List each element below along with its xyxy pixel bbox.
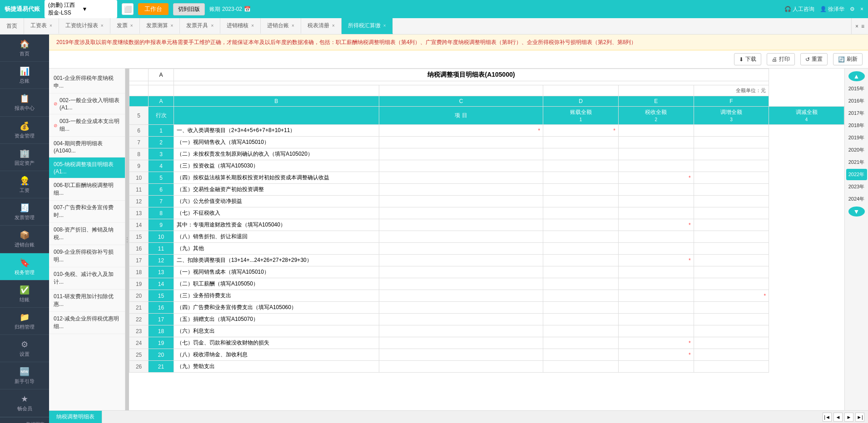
project-name[interactable]: （四）广告费和业务宣传费支出（填写A105060） (174, 302, 379, 314)
sidebar-item-archive[interactable]: 📁 归档管理 (0, 308, 49, 335)
close-icon[interactable]: × (211, 23, 213, 28)
increase-amount[interactable] (618, 160, 694, 172)
book-amount[interactable] (379, 290, 543, 302)
print-button[interactable]: 🖨 打印 (767, 53, 795, 65)
year-2022[interactable]: 2022年 (846, 169, 867, 180)
tax-amount[interactable] (543, 278, 619, 290)
tab-invoice[interactable]: 发票 × (110, 18, 140, 34)
year-2019[interactable]: 2019年 (846, 132, 867, 143)
close-icon[interactable]: × (50, 23, 52, 28)
tax-amount[interactable] (543, 196, 619, 207)
year-2016[interactable]: 2016年 (846, 95, 867, 107)
decrease-amount[interactable] (694, 243, 769, 255)
sub-nav-item-009[interactable]: 009-企业所得税弥补亏损明... (49, 245, 125, 267)
decrease-amount[interactable]: * (694, 290, 769, 302)
year-scroll-down-button[interactable]: ▼ (848, 207, 865, 216)
copy-icon[interactable]: ⬜ (122, 3, 134, 15)
menu-icon[interactable]: ≡ (861, 23, 864, 30)
sidebar-item-guide[interactable]: 🆕 新手引导 (0, 362, 49, 389)
increase-amount[interactable] (618, 243, 694, 255)
sub-nav-item-010[interactable]: 010-免税、减计收入及加计... (49, 267, 125, 290)
tab-invoice-calc[interactable]: 发票测算 × (140, 18, 180, 34)
user-button[interactable]: 👤 徐泽华 (820, 5, 844, 13)
book-amount[interactable]: * (379, 125, 543, 137)
book-amount[interactable] (379, 231, 543, 243)
tab-payroll-report[interactable]: 工资统计报表 × (59, 18, 110, 34)
decrease-amount[interactable] (694, 302, 769, 314)
tab-tax-clear[interactable]: 税表清册 × (301, 18, 342, 34)
decrease-amount[interactable] (694, 219, 769, 231)
tab-invoice-open[interactable]: 发票开具 × (180, 18, 220, 34)
old-version-button[interactable]: 切到旧版 (173, 3, 205, 15)
project-name[interactable]: （七）不征税收入 (174, 207, 379, 219)
collapse-sidebar-button[interactable]: ◄◄ ◄◄ 取消固定 (0, 417, 49, 423)
tax-amount[interactable] (543, 361, 619, 373)
scroll-right-end-button[interactable]: ►| (855, 413, 864, 422)
sub-nav-item-012[interactable]: 012-减免企业所得税优惠明细... (49, 312, 125, 334)
sidebar-item-settings[interactable]: ⚙ 设置 (0, 335, 49, 362)
workbench-button[interactable]: 工作台 (138, 3, 169, 15)
decrease-amount[interactable] (694, 148, 769, 160)
increase-amount[interactable] (618, 184, 694, 196)
increase-amount[interactable] (618, 137, 694, 148)
increase-amount[interactable] (618, 361, 694, 373)
increase-amount[interactable] (618, 278, 694, 290)
tax-amount[interactable] (543, 266, 619, 278)
close-icon[interactable]: × (383, 23, 386, 28)
year-2020[interactable]: 2020年 (846, 144, 867, 156)
sidebar-item-membership[interactable]: ★ 畅会员 (0, 389, 49, 417)
increase-amount[interactable] (618, 231, 694, 243)
book-amount[interactable] (379, 302, 543, 314)
book-amount[interactable] (379, 219, 543, 231)
book-amount[interactable] (379, 349, 543, 361)
sidebar-item-fixed-assets[interactable]: 🏢 固定资产 (0, 144, 49, 171)
close-window-button[interactable]: × (860, 6, 863, 12)
increase-amount[interactable] (618, 196, 694, 207)
tax-amount[interactable] (543, 160, 619, 172)
book-amount[interactable] (379, 243, 543, 255)
close-icon[interactable]: × (171, 23, 174, 28)
decrease-amount[interactable] (694, 361, 769, 373)
sidebar-item-tax-mgmt[interactable]: 🔖 税务管理 (0, 253, 49, 280)
year-2017[interactable]: 2017年 (846, 108, 867, 119)
sub-nav-item-001[interactable]: 001-企业所得税年度纳税申... (49, 71, 125, 93)
project-name[interactable]: （八）销售折扣、折让和退回 (174, 231, 379, 243)
tax-amount[interactable] (543, 302, 619, 314)
increase-amount[interactable] (618, 325, 694, 337)
year-scroll-up-button[interactable]: ▲ (848, 71, 865, 81)
tax-amount[interactable] (543, 243, 619, 255)
book-amount[interactable] (379, 314, 543, 325)
sub-nav-item-003[interactable]: ⊘ 003-一般企业成本支出明细... (49, 114, 125, 137)
book-amount[interactable] (379, 148, 543, 160)
bottom-tab-adjust[interactable]: 纳税调整明细表 (49, 411, 102, 423)
project-name[interactable]: （九）其他 (174, 243, 379, 255)
project-name[interactable]: 二、扣除类调整项目（13+14+...24+26+27+28+29+30） (174, 255, 379, 266)
tab-purchase-sales-ledger[interactable]: 进销台账 × (261, 18, 301, 34)
book-amount[interactable] (379, 172, 543, 184)
sub-nav-divider[interactable]: ⋮ (125, 69, 129, 410)
close-all-icon[interactable]: × (855, 23, 858, 30)
scroll-left-button[interactable]: ◄ (833, 413, 843, 422)
project-name[interactable]: （一）视同销售收入（填写A105010） (174, 137, 379, 148)
close-icon[interactable]: × (292, 23, 294, 28)
tab-payroll[interactable]: 工资表 × (24, 18, 59, 34)
tax-amount[interactable] (543, 314, 619, 325)
decrease-amount[interactable] (694, 278, 769, 290)
sub-nav-item-004[interactable]: 004-期间费用明细表(A1040... (49, 137, 125, 157)
sub-nav-item-005[interactable]: 005-纳税调整项目明细表(A1... (49, 157, 125, 178)
tax-amount[interactable] (543, 325, 619, 337)
year-2018[interactable]: 2018年 (846, 120, 867, 131)
year-2015[interactable]: 2015年 (846, 83, 867, 94)
tax-amount[interactable]: * (543, 125, 619, 137)
tax-amount[interactable] (543, 290, 619, 302)
project-name[interactable]: （七）罚金、罚款和被没收财物的损失 (174, 337, 379, 349)
increase-amount[interactable] (618, 207, 694, 219)
sidebar-item-payroll[interactable]: 👷 工资 (0, 171, 49, 198)
sub-nav-item-008[interactable]: 008-资产折旧、摊销及纳税... (49, 223, 125, 245)
sidebar-item-invoice-mgmt[interactable]: 🧾 发票管理 (0, 198, 49, 226)
tax-amount[interactable] (543, 184, 619, 196)
project-name[interactable]: （四）按权益法核算长期股权投资对初始投资成本调整确认收益 (174, 172, 379, 184)
tab-income-tax[interactable]: 所得税汇算缴 × (342, 18, 393, 34)
increase-amount[interactable] (618, 148, 694, 160)
sub-nav-item-011[interactable]: 011-研发费用加计扣除优惠... (49, 290, 125, 312)
